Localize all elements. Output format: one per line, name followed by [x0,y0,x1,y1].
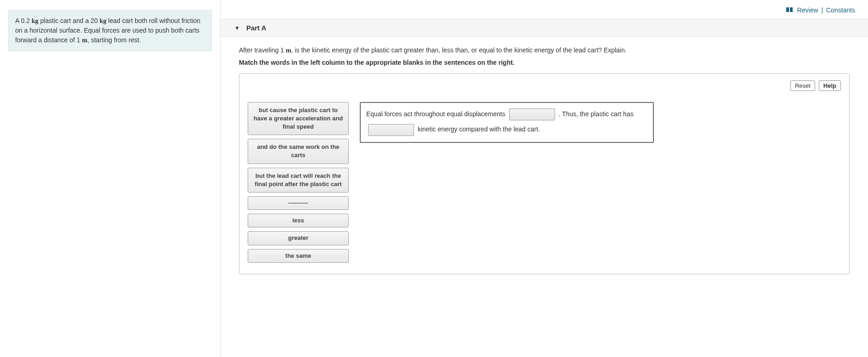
drop-slot-2[interactable] [368,124,414,136]
draggable-column: but cause the plastic cart to have a gre… [248,102,349,263]
bookmark-icon[interactable] [786,7,793,14]
problem-text-2: plastic cart and a 20 [39,17,100,24]
activity-controls: Reset Help [248,80,841,91]
target-text-3: kinetic energy compared with the lead ca… [416,125,540,133]
draggable-option[interactable]: and do the same work on the carts [248,139,349,164]
question-unit: m [286,47,291,54]
draggable-option[interactable]: less [248,214,349,227]
draggable-option[interactable]: but the lead cart will reach the final p… [248,168,349,193]
problem-text-4: , starting from rest. [87,36,141,44]
part-label: Part A [246,24,267,32]
link-separator: | [821,6,823,14]
top-links: Review | Constants [221,0,868,19]
draggable-option[interactable]: the same [248,249,349,263]
part-body: After traveling 1 m, is the kinetic ener… [221,37,868,283]
part-header[interactable]: ▼ Part A [221,19,868,37]
reset-button[interactable]: Reset [790,80,815,91]
problem-statement: A 0.2 kg plastic cart and a 20 kg lead c… [8,10,212,51]
problem-sidebar: A 0.2 kg plastic cart and a 20 kg lead c… [0,0,221,357]
target-column: Equal forces act throughout equal displa… [360,102,841,143]
problem-unit-kg-1: kg [32,17,39,24]
constants-link[interactable]: Constants [826,6,855,14]
main-content: Review | Constants ▼ Part A After travel… [221,0,868,357]
problem-unit-kg-2: kg [100,17,107,24]
draggable-option[interactable]: but cause the plastic cart to have a gre… [248,102,349,136]
matching-activity: Reset Help but cause the plastic cart to… [239,74,850,274]
question-text: After traveling 1 m, is the kinetic ener… [239,45,850,56]
instruction-text: Match the words in the left column to th… [239,59,850,66]
help-button[interactable]: Help [819,80,841,91]
draggable-option[interactable]: ---------- [248,196,349,210]
target-text-1: Equal forces act throughout equal displa… [366,110,507,118]
question-suffix: , is the kinetic energy of the plastic c… [291,46,627,54]
draggable-option[interactable]: greater [248,231,349,245]
drop-slot-1[interactable] [509,108,555,120]
collapse-caret-icon: ▼ [234,25,240,31]
question-prefix: After traveling 1 [239,46,286,54]
target-sentence-box: Equal forces act throughout equal displa… [360,102,654,143]
svg-rect-0 [786,7,789,12]
problem-unit-m: m [82,37,88,44]
review-link[interactable]: Review [797,6,818,14]
svg-rect-1 [790,7,793,12]
problem-text-1: A 0.2 [15,17,32,24]
target-text-2: . Thus, the plastic cart has [557,110,634,118]
